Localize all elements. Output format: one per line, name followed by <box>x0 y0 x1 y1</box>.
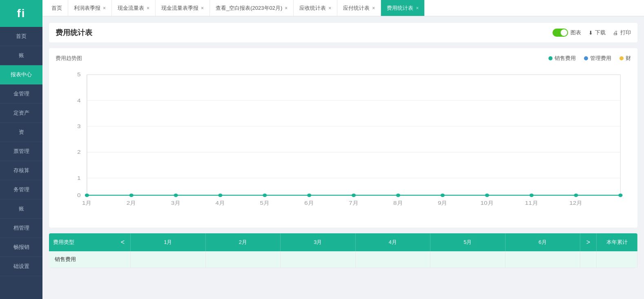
th-month-6: 6月 <box>506 233 581 251</box>
th-month-2: 2月 <box>206 233 281 251</box>
tab-receivable[interactable]: 应收统计表 × <box>294 0 337 16</box>
svg-point-19 <box>307 193 311 197</box>
sidebar-item-expense[interactable]: 畅报销 <box>0 238 42 257</box>
svg-text:7月: 7月 <box>349 200 359 206</box>
tab-close-icon[interactable]: × <box>372 5 375 11</box>
svg-text:6月: 6月 <box>304 200 314 206</box>
legend-admin: 管理费用 <box>584 55 611 62</box>
table-header: 费用类型 < 1月 2月 3月 4月 5月 6月 > 本年累计 <box>49 233 637 251</box>
tab-close-icon[interactable]: × <box>285 5 287 11</box>
svg-text:5月: 5月 <box>260 200 270 206</box>
download-icon: ⬇ <box>588 30 593 36</box>
th-month-3: 3月 <box>281 233 356 251</box>
header-actions: 图表 ⬇ 下载 🖨 打印 <box>553 29 631 37</box>
tab-close-icon[interactable]: × <box>103 5 106 11</box>
svg-text:5: 5 <box>77 72 81 78</box>
table-prev-btn[interactable]: < <box>119 239 126 246</box>
th-type-label: 费用类型 <box>53 239 74 246</box>
chart-container: 5 4 3 2 1 0 <box>56 66 631 221</box>
svg-text:9月: 9月 <box>438 200 448 206</box>
legend-finance: 财 <box>619 55 631 62</box>
sidebar-item-capital[interactable]: 资 <box>0 123 42 142</box>
svg-point-25 <box>574 193 578 197</box>
th-month-4: 4月 <box>356 233 431 251</box>
tab-home[interactable]: 首页 <box>46 0 68 16</box>
legend-dot-sales <box>548 56 553 60</box>
table-next-btn[interactable]: > <box>585 239 592 246</box>
svg-point-26 <box>618 193 622 197</box>
main-content: 首页 利润表季报 × 现金流量表 × 现金流量表季报 × 查看_空白报表(202… <box>42 0 644 299</box>
tab-close-icon[interactable]: × <box>147 5 149 11</box>
td-m4 <box>356 251 431 268</box>
td-m6 <box>506 251 581 268</box>
sidebar-item-archive[interactable]: 档管理 <box>0 219 42 238</box>
svg-point-24 <box>530 193 534 197</box>
sidebar-item-ledger[interactable]: 账 <box>0 199 42 219</box>
svg-text:10月: 10月 <box>481 200 494 206</box>
svg-text:0: 0 <box>77 192 81 198</box>
tab-expense[interactable]: 费用统计表 × <box>381 0 425 16</box>
sidebar-item-account[interactable]: 账 <box>0 46 42 65</box>
svg-point-22 <box>441 193 445 197</box>
legend-label-admin: 管理费用 <box>590 55 611 62</box>
svg-text:11月: 11月 <box>525 200 538 206</box>
svg-text:2月: 2月 <box>127 200 136 206</box>
legend-sales: 销售费用 <box>548 55 576 62</box>
svg-point-23 <box>485 193 489 197</box>
svg-text:12月: 12月 <box>569 200 582 206</box>
print-button[interactable]: 🖨 打印 <box>613 29 631 36</box>
sidebar-item-service[interactable]: 务管理 <box>0 180 42 199</box>
th-type: 费用类型 < <box>49 233 131 251</box>
tab-bar: 首页 利润表季报 × 现金流量表 × 现金流量表季报 × 查看_空白报表(202… <box>42 0 644 16</box>
chart-header: 费用趋势图 销售费用 管理费用 财 <box>56 55 631 62</box>
td-m5 <box>430 251 506 268</box>
svg-text:4: 4 <box>77 97 81 103</box>
page-content: 费用统计表 图表 ⬇ 下载 🖨 打印 费用趋势图 <box>42 16 644 299</box>
toggle-label: 图表 <box>570 29 581 36</box>
chart-toggle[interactable] <box>553 29 568 37</box>
svg-text:2: 2 <box>77 149 81 155</box>
page-title: 费用统计表 <box>56 28 92 38</box>
table-row: 销售费用 <box>49 251 637 268</box>
tab-close-icon[interactable]: × <box>328 5 331 11</box>
tab-profit-quarterly[interactable]: 利润表季报 × <box>68 0 112 16</box>
td-total <box>597 251 637 268</box>
tab-close-icon[interactable]: × <box>416 5 419 11</box>
chart-legend: 销售费用 管理费用 财 <box>548 55 631 62</box>
sidebar-item-assets[interactable]: 定资产 <box>0 104 42 123</box>
td-m1 <box>131 251 206 268</box>
tab-blank-report[interactable]: 查看_空白报表(2023年02月) × <box>210 0 294 16</box>
svg-rect-13 <box>87 75 621 195</box>
svg-text:3月: 3月 <box>171 200 181 206</box>
chart-toggle-wrap: 图表 <box>553 29 581 37</box>
svg-point-20 <box>352 193 356 197</box>
td-type: 销售费用 <box>49 251 131 268</box>
sidebar-item-finance[interactable]: 金管理 <box>0 84 42 104</box>
th-next-btn-cell: > <box>580 233 597 251</box>
tab-cashflow[interactable]: 现金流量表 × <box>112 0 156 16</box>
svg-point-17 <box>218 193 222 197</box>
legend-dot-admin <box>584 56 588 60</box>
sidebar-item-settings[interactable]: 础设置 <box>0 257 42 276</box>
td-spacer <box>580 251 597 268</box>
print-icon: 🖨 <box>613 30 618 36</box>
sidebar-item-reports[interactable]: 报表中心 <box>0 65 42 84</box>
sidebar-item-invoice[interactable]: 票管理 <box>0 142 42 161</box>
trend-chart: 5 4 3 2 1 0 <box>56 66 631 221</box>
chart-title: 费用趋势图 <box>56 55 82 62</box>
sidebar-item-inventory[interactable]: 存核算 <box>0 161 42 180</box>
svg-point-15 <box>129 193 134 197</box>
legend-label-finance: 财 <box>626 55 631 62</box>
tab-cashflow-quarterly[interactable]: 现金流量表季报 × <box>156 0 210 16</box>
tab-payable[interactable]: 应付统计表 × <box>337 0 381 16</box>
app-logo: fi <box>0 0 42 27</box>
download-button[interactable]: ⬇ 下载 <box>588 29 606 36</box>
td-m2 <box>206 251 281 268</box>
svg-text:1: 1 <box>77 175 81 181</box>
svg-text:4月: 4月 <box>216 200 225 206</box>
svg-point-16 <box>174 193 178 197</box>
legend-label-sales: 销售费用 <box>555 55 576 62</box>
sidebar-item-home[interactable]: 首页 <box>0 27 42 46</box>
svg-text:8月: 8月 <box>393 200 403 206</box>
tab-close-icon[interactable]: × <box>201 5 204 11</box>
